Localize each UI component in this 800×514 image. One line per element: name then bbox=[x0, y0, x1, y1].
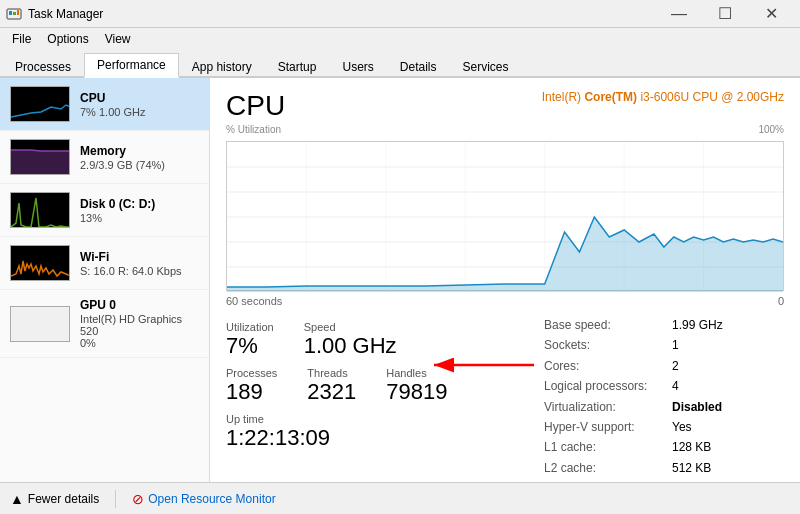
info-row: Cores:2 bbox=[544, 356, 784, 376]
gpu-title: GPU 0 bbox=[80, 298, 199, 312]
cpu-page-subtitle: Intel(R) Core(TM) i3-6006U CPU @ 2.00GHz bbox=[542, 90, 784, 104]
uptime-value: 1:22:13:09 bbox=[226, 425, 544, 451]
uptime-label: Up time bbox=[226, 413, 544, 425]
tab-processes[interactable]: Processes bbox=[2, 55, 84, 78]
info-value: 1 bbox=[672, 335, 679, 355]
stats-left: Utilization 7% Speed 1.00 GHz Processes … bbox=[226, 313, 544, 482]
info-value: Yes bbox=[672, 417, 692, 437]
wifi-mini-graph bbox=[10, 245, 70, 281]
info-value: Disabled bbox=[672, 397, 722, 417]
sidebar-item-wifi[interactable]: Wi-Fi S: 16.0 R: 64.0 Kbps bbox=[0, 237, 209, 290]
close-button[interactable]: ✕ bbox=[748, 0, 794, 28]
bottom-bar: ▲ Fewer details ⊘ Open Resource Monitor bbox=[0, 482, 800, 514]
fewer-details-label: Fewer details bbox=[28, 492, 99, 506]
info-value: 4 bbox=[672, 376, 679, 396]
process-thread-handle-row: Processes 189 Threads 2321 Handles 79819 bbox=[226, 367, 544, 405]
gpu-info: GPU 0 Intel(R) HD Graphics 520 0% bbox=[80, 298, 199, 349]
y-max-label: 100% bbox=[758, 124, 784, 137]
svg-rect-4 bbox=[11, 87, 70, 122]
stats-section: Utilization 7% Speed 1.00 GHz Processes … bbox=[226, 313, 784, 482]
tab-users[interactable]: Users bbox=[329, 55, 386, 78]
app-icon bbox=[6, 6, 22, 22]
memory-title: Memory bbox=[80, 144, 199, 158]
svg-rect-2 bbox=[13, 12, 16, 15]
sidebar: CPU 7% 1.00 GHz Memory 2.9/3.9 GB (74%) bbox=[0, 78, 210, 482]
tab-performance[interactable]: Performance bbox=[84, 53, 179, 78]
chart-x-labels: 60 seconds 0 bbox=[226, 295, 784, 307]
disk-title: Disk 0 (C: D:) bbox=[80, 197, 199, 211]
menu-view[interactable]: View bbox=[97, 30, 139, 48]
svg-marker-21 bbox=[227, 217, 783, 292]
info-key: Base speed: bbox=[544, 315, 664, 335]
sidebar-item-memory[interactable]: Memory 2.9/3.9 GB (74%) bbox=[0, 131, 209, 184]
chart-header-row: % Utilization 100% bbox=[226, 124, 784, 137]
memory-info: Memory 2.9/3.9 GB (74%) bbox=[80, 144, 199, 171]
gpu-mini-graph bbox=[10, 306, 70, 342]
info-with-arrow: Base speed:1.99 GHzSockets:1Cores:2Logic… bbox=[544, 315, 784, 482]
threads-value: 2321 bbox=[307, 379, 356, 405]
tab-details[interactable]: Details bbox=[387, 55, 450, 78]
minimize-button[interactable]: — bbox=[656, 0, 702, 28]
info-key: Logical processors: bbox=[544, 376, 664, 396]
cpu-subtitle: 7% 1.00 GHz bbox=[80, 106, 199, 118]
chart-x-right: 0 bbox=[778, 295, 784, 307]
tab-app-history[interactable]: App history bbox=[179, 55, 265, 78]
uptime-section: Up time 1:22:13:09 bbox=[226, 413, 544, 451]
cpu-mini-graph bbox=[10, 86, 70, 122]
fewer-details-button[interactable]: ▲ Fewer details bbox=[10, 491, 99, 507]
chevron-up-icon: ▲ bbox=[10, 491, 24, 507]
utilization-stat: Utilization 7% bbox=[226, 321, 274, 359]
info-row: L3 cache:3.0 MB bbox=[544, 478, 784, 482]
disk-subtitle: 13% bbox=[80, 212, 199, 224]
utilization-speed-row: Utilization 7% Speed 1.00 GHz bbox=[226, 321, 544, 359]
info-value: 2 bbox=[672, 356, 679, 376]
svg-rect-1 bbox=[9, 11, 12, 15]
maximize-button[interactable]: ☐ bbox=[702, 0, 748, 28]
app-title: Task Manager bbox=[28, 7, 103, 21]
tab-startup[interactable]: Startup bbox=[265, 55, 330, 78]
sidebar-item-cpu[interactable]: CPU 7% 1.00 GHz bbox=[0, 78, 209, 131]
info-value: 512 KB bbox=[672, 458, 711, 478]
bottom-divider bbox=[115, 490, 116, 508]
info-row: Virtualization:Disabled bbox=[544, 397, 784, 417]
tab-services[interactable]: Services bbox=[450, 55, 522, 78]
info-key: L1 cache: bbox=[544, 437, 664, 457]
handles-value: 79819 bbox=[386, 379, 447, 405]
threads-stat: Threads 2321 bbox=[307, 367, 356, 405]
wifi-subtitle: S: 16.0 R: 64.0 Kbps bbox=[80, 265, 199, 277]
utilization-label: Utilization bbox=[226, 321, 274, 333]
chart-x-left: 60 seconds bbox=[226, 295, 282, 307]
chart-area-wrapper: % Utilization 100% bbox=[226, 124, 784, 307]
disk-mini-graph bbox=[10, 192, 70, 228]
content-area: CPU Intel(R) Core(TM) i3-6006U CPU @ 2.0… bbox=[210, 78, 800, 482]
processes-stat: Processes 189 bbox=[226, 367, 277, 405]
cpu-title: CPU bbox=[80, 91, 199, 105]
info-key: Cores: bbox=[544, 356, 664, 376]
speed-stat: Speed 1.00 GHz bbox=[304, 321, 397, 359]
menu-file[interactable]: File bbox=[4, 30, 39, 48]
open-resource-monitor-label: Open Resource Monitor bbox=[148, 492, 275, 506]
info-value: 1.99 GHz bbox=[672, 315, 723, 335]
info-row: Base speed:1.99 GHz bbox=[544, 315, 784, 335]
resource-monitor-icon: ⊘ bbox=[132, 491, 144, 507]
handles-label: Handles bbox=[386, 367, 447, 379]
svg-rect-8 bbox=[11, 246, 70, 281]
info-rows: Base speed:1.99 GHzSockets:1Cores:2Logic… bbox=[544, 315, 784, 482]
info-row: Hyper-V support:Yes bbox=[544, 417, 784, 437]
sidebar-item-disk[interactable]: Disk 0 (C: D:) 13% bbox=[0, 184, 209, 237]
svg-rect-9 bbox=[11, 307, 70, 342]
menu-options[interactable]: Options bbox=[39, 30, 96, 48]
content-header: CPU Intel(R) Core(TM) i3-6006U CPU @ 2.0… bbox=[226, 90, 784, 122]
info-value: 3.0 MB bbox=[672, 478, 710, 482]
info-row: Logical processors:4 bbox=[544, 376, 784, 396]
info-key: L3 cache: bbox=[544, 478, 664, 482]
info-row: L2 cache:512 KB bbox=[544, 458, 784, 478]
title-bar: Task Manager — ☐ ✕ bbox=[0, 0, 800, 28]
svg-marker-6 bbox=[11, 150, 70, 175]
open-resource-monitor-link[interactable]: ⊘ Open Resource Monitor bbox=[132, 491, 275, 507]
threads-label: Threads bbox=[307, 367, 356, 379]
sidebar-item-gpu[interactable]: GPU 0 Intel(R) HD Graphics 520 0% bbox=[0, 290, 209, 358]
wifi-info: Wi-Fi S: 16.0 R: 64.0 Kbps bbox=[80, 250, 199, 277]
svg-rect-3 bbox=[17, 10, 19, 15]
disk-info: Disk 0 (C: D:) 13% bbox=[80, 197, 199, 224]
